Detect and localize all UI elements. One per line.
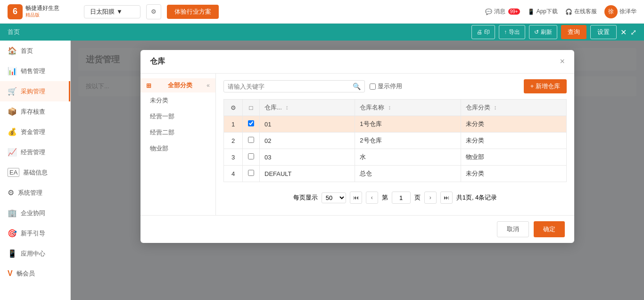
col-code: 仓库... ↕ [260,100,355,116]
sidebar-item-enterprise[interactable]: 🏢 企业协同 [0,203,70,223]
store-selector[interactable]: 日太阳膜 ▼ [84,5,140,18]
add-warehouse-button[interactable]: + 新增仓库 [524,79,567,93]
logo-area: 6 畅捷通好生意 精品版 [8,4,78,19]
row-num: 4 [224,166,243,182]
row-num: 2 [224,133,243,149]
col-name-label: 仓库名称 [360,104,384,111]
row-checkbox[interactable] [243,166,260,182]
row-category: 未分类 [461,166,566,182]
row-warehouse-name: 水 [355,149,461,166]
user-initial: 徐 [608,8,614,16]
row-code: DEFAULT [260,166,355,182]
app-download-item[interactable]: 📱 App下载 [528,8,558,16]
category-item-property[interactable]: 物业部 [140,141,215,157]
search-box: 🔍 [223,80,365,92]
row-num: 1 [224,116,243,133]
trial-button[interactable]: 体验行业方案 [167,5,219,19]
avatar: 徐 [604,5,618,18]
store-name: 日太阳膜 [90,8,115,16]
message-badge: 99+ [508,8,520,15]
sidebar-item-appstore[interactable]: 📱 应用中心 [0,243,70,264]
category-grid-icon: ⊞ [146,82,151,89]
close-page-button[interactable]: ✕ [620,25,627,39]
print-button[interactable]: 🖨 印 [471,25,495,39]
sidebar-item-base-info[interactable]: EA 基础信息 [0,162,70,183]
show-disabled-checkbox-area[interactable]: 显示停用 [370,82,402,91]
col-gear: ⚙ [224,100,243,116]
sidebar-item-guide[interactable]: 🎯 新手引导 [0,223,70,243]
last-page-button[interactable]: ⏭ [440,192,453,204]
category-all-label: 全部分类 [168,81,192,90]
sidebar-label-enterprise: 企业协同 [21,209,45,217]
sidebar-item-purchase[interactable]: 🛒 采购管理 [0,81,70,101]
first-page-button[interactable]: ⏮ [350,192,362,204]
show-disabled-checkbox[interactable] [370,83,376,90]
modal-title: 仓库 [150,57,165,67]
sidebar-label-business: 经营管理 [21,148,45,157]
message-item[interactable]: 💬 消息 99+ [485,8,520,16]
table-toolbar: 🔍 显示停用 + 新增仓库 [223,79,567,93]
finance-icon: 💰 [8,127,17,136]
online-service-item[interactable]: 🎧 在线客服 [565,8,597,16]
sidebar-item-member[interactable]: V 畅会员 [0,264,70,283]
page-number-input[interactable] [392,192,411,204]
next-page-button[interactable]: › [424,192,437,204]
collapse-button[interactable]: « [206,82,210,89]
sidebar-item-system[interactable]: ⚙ 系统管理 [0,183,70,203]
category-panel: ⊞ 全部分类 « 未分类 经营一部 经营二部 物业部 [140,74,216,215]
sidebar-item-inventory[interactable]: 📦 库存核查 [0,101,70,122]
inventory-icon: 📦 [8,107,17,116]
col-category-label: 仓库分类 [466,104,490,111]
message-label: 消息 [494,8,505,16]
row-checkbox[interactable] [243,149,260,166]
sort-icon-code: ↕ [285,104,289,111]
cancel-button[interactable]: 取消 [497,221,529,237]
table-row[interactable]: 4 DEFAULT 总仓 未分类 [224,166,567,182]
sidebar-item-sales[interactable]: 📊 销售管理 [0,61,70,81]
row-num: 3 [224,149,243,166]
per-page-select[interactable]: 50 100 200 [322,192,346,203]
maximize-button[interactable]: ⤢ [630,25,636,39]
online-service-label: 在线客服 [574,8,597,16]
modal-body: ⊞ 全部分类 « 未分类 经营一部 经营二部 物业部 [140,74,574,215]
home-icon: 🏠 [8,46,17,55]
category-item-dept2[interactable]: 经营二部 [140,125,215,141]
export-button[interactable]: ↑ 导出 [499,25,525,39]
content-area: 进货管理 按以下... 仓库 × ⊞ [71,41,644,300]
refresh-button[interactable]: ↺ 刷新 [529,25,557,39]
col-category: 仓库分类 ↕ [461,100,566,116]
breadcrumb-home[interactable]: 首页 [8,28,20,35]
row-warehouse-name: 2号仓库 [355,133,461,149]
sales-icon: 📊 [8,67,17,75]
table-header-row: ⚙ □ 仓库... ↕ 仓库名称 ↕ [224,100,567,116]
sub-header-actions: 🖨 印 ↑ 导出 ↺ 刷新 查询 设置 ✕ ⤢ [471,25,636,39]
sidebar-label-system: 系统管理 [18,189,42,197]
user-item[interactable]: 徐 徐泽华 [604,5,636,18]
table-row[interactable]: 3 03 水 物业部 [224,149,567,166]
sidebar-label-sales: 销售管理 [21,67,45,75]
logo-name: 畅捷通好生意 [25,5,59,12]
modal-header: 仓库 × [140,50,574,74]
search-input[interactable] [228,83,350,90]
warehouse-table: ⚙ □ 仓库... ↕ 仓库名称 ↕ [223,99,567,182]
warehouse-modal: 仓库 × ⊞ 全部分类 « 未分类 经营一部 经营二部 [140,50,574,243]
sidebar-item-home[interactable]: 🏠 首页 [0,41,70,61]
sidebar-item-finance[interactable]: 💰 资金管理 [0,122,70,142]
table-row[interactable]: 1 01 1号仓库 未分类 [224,116,567,133]
row-checkbox[interactable] [243,116,260,133]
category-header[interactable]: ⊞ 全部分类 « [140,78,215,92]
table-row[interactable]: 2 02 2号仓库 未分类 [224,133,567,149]
query-button[interactable]: 查询 [561,25,586,39]
sidebar-item-business[interactable]: 📈 经营管理 [0,142,70,162]
row-code: 02 [260,133,355,149]
confirm-button[interactable]: 确定 [534,221,565,237]
category-item-unclassified[interactable]: 未分类 [140,92,215,108]
category-item-dept1[interactable]: 经营一部 [140,108,215,125]
prev-page-button[interactable]: ‹ [366,192,378,204]
modal-close-button[interactable]: × [560,57,565,67]
modal-footer: 取消 确定 [140,215,574,243]
row-checkbox[interactable] [243,133,260,149]
row-category: 物业部 [461,149,566,166]
settings-icon-btn[interactable]: ⚙ [146,4,161,19]
settings-button[interactable]: 设置 [590,25,617,39]
